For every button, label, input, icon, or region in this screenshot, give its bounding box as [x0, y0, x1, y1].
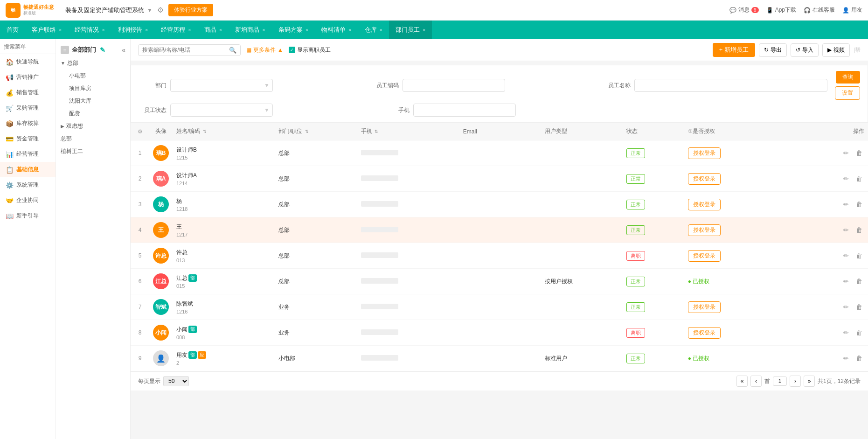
dept-collapse-btn[interactable]: « — [122, 46, 125, 54]
search-icon[interactable]: 🔍 — [229, 47, 236, 54]
edit-btn[interactable]: ✏ — [841, 353, 851, 363]
delete-btn[interactable]: 🗑 — [854, 199, 864, 209]
dept-item-headquarters-group[interactable]: ▼ 总部 — [56, 57, 130, 70]
delete-btn[interactable]: 🗑 — [854, 328, 864, 338]
close-tab-bom[interactable]: × — [348, 27, 351, 33]
close-tab-barcode[interactable]: × — [306, 27, 308, 33]
tab-customer[interactable]: 客户联络× — [25, 21, 68, 39]
sidebar-search-input[interactable] — [4, 43, 56, 50]
import-btn[interactable]: ↺ 导入 — [791, 43, 819, 57]
tab-warehouse[interactable]: 仓库× — [358, 21, 389, 39]
auth-login-btn[interactable]: 授权登录 — [688, 250, 721, 262]
dept-item-double[interactable]: ▶ 双虑想 — [56, 120, 130, 132]
dept-item-proj-store[interactable]: 项目库房 — [56, 82, 130, 95]
edit-btn[interactable]: ✏ — [841, 251, 851, 261]
tab-home[interactable]: 首页 — [0, 21, 25, 39]
sidebar-item-operations[interactable]: 📊 经营管理 — [0, 146, 56, 162]
page-size-select[interactable]: 50 100 — [163, 376, 189, 386]
trial-button[interactable]: 体验行业方案 — [168, 4, 213, 16]
phone-input[interactable] — [413, 104, 516, 117]
edit-btn[interactable]: ✏ — [841, 276, 851, 286]
dept-item-shenyang[interactable]: 沈阳大库 — [56, 95, 130, 107]
dept-item-delivery[interactable]: 配货 — [56, 107, 130, 120]
search-btn[interactable]: 查询 — [836, 71, 860, 84]
close-tab-new-goods[interactable]: × — [262, 27, 265, 33]
edit-btn[interactable]: ✏ — [841, 199, 851, 209]
tab-goods[interactable]: 商品× — [198, 21, 229, 39]
emp-code-input[interactable] — [403, 79, 505, 92]
help-icon[interactable]: |帮 — [854, 46, 861, 54]
edit-btn[interactable]: ✏ — [841, 302, 851, 312]
close-tab-warehouse[interactable]: × — [380, 27, 382, 33]
dept-item-hq[interactable]: 总部 — [56, 132, 130, 145]
emp-name-input[interactable] — [634, 79, 827, 92]
close-tab-profit[interactable]: × — [145, 27, 148, 33]
sidebar-item-quicknav[interactable]: 🏠 快速导航 — [0, 54, 56, 70]
message-item[interactable]: 💬 消息 6 — [729, 6, 759, 14]
auth-login-btn[interactable]: 授权登录 — [688, 224, 721, 236]
auth-login-btn[interactable]: 授权登录 — [688, 173, 721, 185]
close-tab-goods[interactable]: × — [219, 27, 222, 33]
gear-icon[interactable]: ⚙ — [157, 6, 164, 14]
user-item[interactable]: 👤 用友 — [842, 6, 862, 14]
show-left-checkbox[interactable]: ✓ — [289, 47, 295, 53]
auth-login-btn[interactable]: 授权登录 — [688, 147, 721, 159]
sidebar-item-collab[interactable]: 🤝 企业协同 — [0, 193, 56, 208]
sidebar-item-inventory[interactable]: 📦 库存核算 — [0, 116, 56, 131]
export-btn[interactable]: ↻ 导出 — [759, 43, 787, 57]
dept-item-tree-king[interactable]: 植树王二 — [56, 145, 130, 158]
close-tab-dept[interactable]: × — [423, 27, 425, 33]
last-page-btn[interactable]: » — [804, 376, 815, 387]
page-number-input[interactable] — [773, 376, 787, 386]
edit-btn[interactable]: ✏ — [841, 328, 851, 338]
th-phone[interactable]: 手机 ⇅ — [357, 123, 459, 140]
tab-profit[interactable]: 利润报告× — [111, 21, 154, 39]
first-page-btn[interactable]: « — [736, 376, 748, 387]
tab-bom[interactable]: 物料清单× — [315, 21, 358, 39]
delete-btn[interactable]: 🗑 — [854, 174, 864, 184]
tab-new-goods[interactable]: 新增商品× — [229, 21, 271, 39]
delete-btn[interactable]: 🗑 — [854, 353, 864, 363]
search-input[interactable] — [142, 47, 226, 53]
app-download-item[interactable]: 📱 App下载 — [766, 6, 796, 14]
more-conditions-btn[interactable]: ▦ 更多条件 ▲ — [246, 46, 283, 54]
th-dept[interactable]: 部门/职位 ⇅ — [275, 123, 357, 140]
view-btn[interactable]: ▶ 视频 — [822, 43, 850, 57]
sidebar-item-purchase[interactable]: 🛒 采购管理 — [0, 100, 56, 116]
setting-btn[interactable]: 设置 — [835, 86, 860, 100]
emp-status-select[interactable]: ▼ — [170, 104, 273, 117]
th-name[interactable]: 姓名/编码 ⇅ — [173, 123, 275, 140]
tab-operation[interactable]: 经营情况× — [68, 21, 111, 39]
close-tab-operation[interactable]: × — [102, 27, 104, 33]
show-left-filter[interactable]: ✓ 显示离职员工 — [289, 46, 331, 54]
auth-login-btn[interactable]: 授权登录 — [688, 301, 721, 313]
next-page-btn[interactable]: › — [790, 376, 801, 387]
delete-btn[interactable]: 🗑 — [854, 225, 864, 235]
th-settings[interactable]: ⚙ — [131, 123, 149, 140]
prev-page-btn[interactable]: ‹ — [750, 376, 762, 387]
online-service-item[interactable]: 🎧 在线客服 — [804, 6, 835, 14]
tab-barcode[interactable]: 条码方案× — [272, 21, 315, 39]
edit-btn[interactable]: ✏ — [841, 225, 851, 235]
sidebar-item-marketing[interactable]: 📢 营销推广 — [0, 70, 56, 85]
auth-login-btn[interactable]: 授权登录 — [688, 199, 721, 210]
sidebar-item-basic[interactable]: 📋 基础信息 — [0, 162, 56, 177]
dept-filter-select[interactable]: ▼ — [170, 79, 273, 92]
delete-btn[interactable]: 🗑 — [854, 302, 864, 312]
edit-btn[interactable]: ✏ — [841, 148, 851, 158]
dept-item-small-elec[interactable]: 小电部 — [56, 70, 130, 82]
sidebar-item-sales[interactable]: 💰 销售管理 — [0, 85, 56, 100]
sidebar-item-finance[interactable]: 💳 资金管理 — [0, 131, 56, 146]
add-employee-btn[interactable]: + 新增员工 — [713, 43, 755, 57]
dept-edit-icon[interactable]: ✎ — [100, 46, 105, 54]
title-dropdown-arrow[interactable]: ▼ — [147, 7, 153, 14]
tab-dept-staff[interactable]: 部门员工× — [389, 21, 432, 39]
edit-btn[interactable]: ✏ — [841, 174, 851, 184]
auth-login-btn[interactable]: 授权登录 — [688, 327, 721, 339]
delete-btn[interactable]: 🗑 — [854, 148, 864, 158]
tab-history[interactable]: 经营历程× — [154, 21, 197, 39]
delete-btn[interactable]: 🗑 — [854, 251, 864, 261]
delete-btn[interactable]: 🗑 — [854, 276, 864, 286]
sidebar-item-guide[interactable]: 📖 新手引导 — [0, 208, 56, 223]
close-tab-customer[interactable]: × — [59, 27, 62, 33]
